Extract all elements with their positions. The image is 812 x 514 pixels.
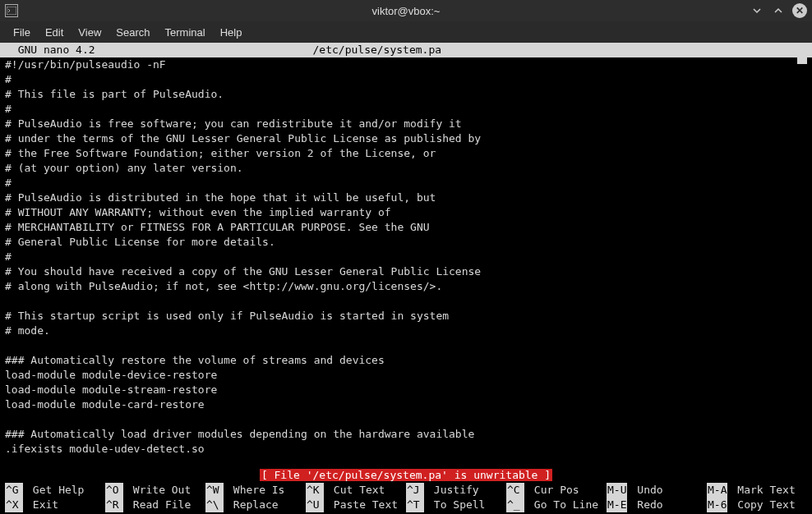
menu-edit[interactable]: Edit (39, 24, 70, 41)
scrollbar-thumb[interactable] (797, 49, 807, 64)
nano-shortcuts-row-1: ^G Get Help^O Write Out^W Where Is^K Cut… (5, 483, 807, 498)
shortcut-key: ^T (406, 498, 424, 512)
nano-shortcut: ^U Paste Text (306, 498, 406, 512)
shortcut-label: Cut Text (327, 483, 385, 498)
close-button[interactable]: ✕ (792, 3, 807, 18)
nano-shortcut: M-E Redo (607, 498, 707, 512)
menu-file[interactable]: File (7, 24, 37, 41)
shortcut-label: Write Out (127, 483, 191, 498)
nano-shortcut: ^_ Go To Line (506, 498, 607, 512)
shortcut-key: ^J (406, 483, 424, 498)
shortcut-key: M-6 (707, 498, 727, 512)
shortcut-key: ^U (306, 498, 324, 512)
nano-shortcut: ^W Where Is (205, 483, 306, 498)
shortcut-label: Mark Text (731, 483, 795, 498)
nano-status-message: [ File '/etc/pulse/system.pa' is unwrita… (260, 469, 552, 481)
nano-filename: /etc/pulse/system.pa (95, 43, 659, 57)
shortcut-key: ^C (506, 483, 524, 498)
nano-shortcut: ^J Justify (406, 483, 506, 498)
nano-shortcut: ^O Write Out (105, 483, 205, 498)
terminal-icon (5, 4, 18, 17)
maximize-button[interactable] (771, 3, 786, 18)
shortcut-key: ^\ (205, 498, 224, 512)
shortcut-key: ^G (5, 483, 23, 498)
nano-shortcut: ^X Exit (5, 498, 105, 512)
shortcut-key: M-E (607, 498, 627, 512)
nano-shortcut: M-U Undo (607, 483, 707, 498)
menu-terminal[interactable]: Terminal (159, 24, 212, 41)
nano-shortcut: M-6 Copy Text (707, 498, 807, 512)
shortcut-label: Replace (227, 498, 279, 512)
shortcut-label: Go To Line (528, 498, 598, 512)
shortcut-label: To Spell (427, 498, 485, 512)
nano-shortcuts-row-2: ^X Exit^R Read File^\ Replace^U Paste Te… (5, 498, 807, 512)
shortcut-label: Copy Text (731, 498, 795, 512)
shortcut-label: Read File (127, 498, 191, 512)
shortcut-key: ^X (5, 498, 23, 512)
window-titlebar: viktor@vbox:~ ✕ (0, 0, 812, 21)
shortcut-key: M-A (707, 483, 727, 498)
menu-view[interactable]: View (72, 24, 108, 41)
shortcut-label: Paste Text (327, 498, 398, 512)
shortcut-key: ^K (306, 483, 324, 498)
shortcut-key: ^W (205, 483, 224, 498)
window-title: viktor@vbox:~ (372, 5, 441, 17)
nano-shortcut: ^K Cut Text (306, 483, 406, 498)
nano-shortcut: ^C Cur Pos (506, 483, 607, 498)
editor-content[interactable]: #!/usr/bin/pulseaudio -nF # # This file … (5, 57, 807, 468)
nano-shortcut: M-A Mark Text (707, 483, 807, 498)
nano-header: GNU nano 4.2 /etc/pulse/system.pa (0, 43, 812, 57)
menu-help[interactable]: Help (214, 24, 249, 41)
shortcut-key: M-U (607, 483, 627, 498)
shortcut-label: Undo (630, 483, 662, 498)
shortcut-label: Exit (26, 498, 58, 512)
nano-shortcut: ^R Read File (105, 498, 205, 512)
menu-search[interactable]: Search (109, 24, 156, 41)
shortcut-label: Redo (630, 498, 662, 512)
shortcut-label: Get Help (26, 483, 84, 498)
svg-rect-0 (7, 7, 16, 15)
terminal-viewport[interactable]: GNU nano 4.2 /etc/pulse/system.pa #!/usr… (0, 43, 812, 514)
nano-shortcut: ^T To Spell (406, 498, 506, 512)
shortcut-key: ^O (105, 483, 123, 498)
nano-version: GNU nano 4.2 (5, 43, 95, 57)
minimize-button[interactable] (750, 3, 764, 18)
shortcut-label: Where Is (227, 483, 284, 498)
menu-bar: File Edit View Search Terminal Help (0, 21, 812, 43)
shortcut-label: Justify (427, 483, 479, 498)
nano-shortcut: ^\ Replace (205, 498, 306, 512)
nano-shortcut: ^G Get Help (5, 483, 105, 498)
shortcut-key: ^R (105, 498, 123, 512)
nano-status-line: [ File '/etc/pulse/system.pa' is unwrita… (5, 468, 807, 483)
shortcut-label: Cur Pos (528, 483, 579, 498)
shortcut-key: ^_ (506, 498, 524, 512)
